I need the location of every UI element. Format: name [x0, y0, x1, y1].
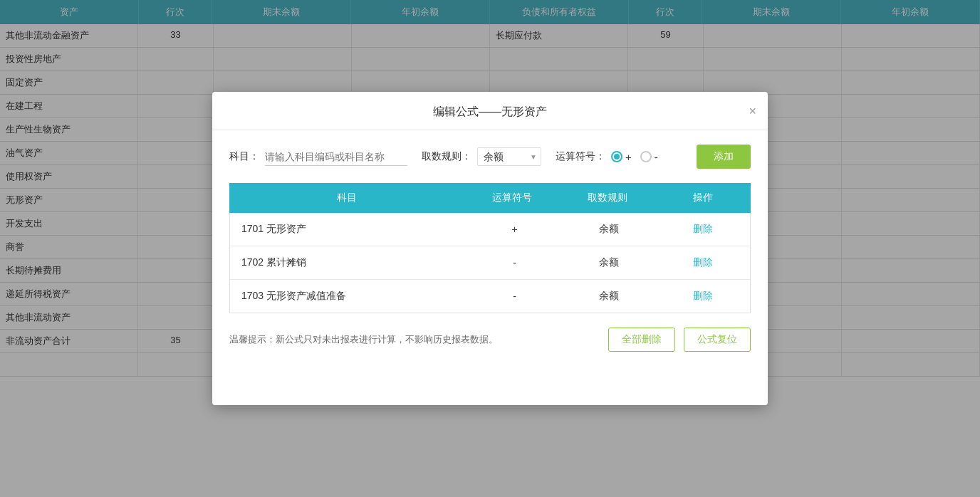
operator-minus-radio[interactable]: -	[640, 151, 658, 163]
col-header-rule: 取数规则	[560, 183, 655, 213]
delete-all-button[interactable]: 全部删除	[608, 328, 675, 352]
cell-rule: 余额	[562, 213, 656, 246]
footer-hint: 温馨提示：新公式只对未出报表进行计算，不影响历史报表数据。	[229, 333, 498, 346]
col-header-action: 操作	[655, 183, 751, 213]
delete-row-button[interactable]: 删除	[693, 256, 713, 269]
table-body: 1701 无形资产+余额删除1702 累计摊销-余额删除1703 无形资产减值准…	[229, 213, 751, 313]
col-header-operator: 运算符号	[464, 183, 560, 213]
cell-operator: +	[468, 214, 562, 245]
cell-operator: -	[468, 247, 562, 278]
cell-subject: 1702 累计摊销	[230, 246, 468, 279]
delete-row-button[interactable]: 删除	[693, 290, 713, 303]
operator-group: 运算符号： + -	[556, 150, 658, 163]
col-header-subject: 科目	[229, 183, 464, 213]
operator-plus-label: +	[625, 151, 632, 163]
operator-label: 运算符号：	[556, 150, 605, 163]
modal-footer: 温馨提示：新公式只对未出报表进行计算，不影响历史报表数据。 全部删除 公式复位	[212, 313, 768, 355]
cell-action: 删除	[656, 246, 750, 279]
rule-select-wrapper: 余额借方贷方借方发生额贷方发生额 ▼	[477, 147, 541, 166]
cell-action: 删除	[656, 213, 750, 246]
cell-action: 删除	[656, 280, 750, 313]
form-row: 科目： 取数规则： 余额借方贷方借方发生额贷方发生额 ▼ 运算符号： +	[212, 130, 768, 183]
table-row: 1701 无形资产+余额删除	[230, 213, 750, 246]
cell-operator: -	[468, 281, 562, 312]
subject-group: 科目：	[229, 148, 407, 166]
radio-plus-circle	[611, 151, 622, 162]
modal-header: 编辑公式——无形资产 ×	[212, 92, 768, 130]
operator-radio-group: + -	[611, 151, 658, 163]
rule-select[interactable]: 余额借方贷方借方发生额贷方发生额	[477, 147, 541, 166]
table-row: 1703 无形资产减值准备-余额删除	[230, 280, 750, 313]
delete-row-button[interactable]: 删除	[693, 223, 713, 236]
subject-label: 科目：	[229, 150, 259, 163]
modal-dialog: 编辑公式——无形资产 × 科目： 取数规则： 余额借方贷方借方发生额贷方发生额 …	[212, 92, 768, 405]
modal-title: 编辑公式——无形资产	[433, 105, 547, 120]
cell-rule: 余额	[562, 246, 656, 279]
modal-overlay: 编辑公式——无形资产 × 科目： 取数规则： 余额借方贷方借方发生额贷方发生额 …	[0, 0, 980, 497]
subject-input[interactable]	[265, 148, 407, 166]
add-button[interactable]: 添加	[697, 145, 751, 169]
cell-rule: 余额	[562, 280, 656, 313]
rule-group: 取数规则： 余额借方贷方借方发生额贷方发生额 ▼	[422, 147, 541, 166]
rule-label: 取数规则：	[422, 150, 471, 163]
radio-minus-circle	[640, 151, 652, 162]
operator-plus-radio[interactable]: +	[611, 151, 632, 163]
footer-buttons: 全部删除 公式复位	[608, 328, 751, 352]
formula-table: 科目 运算符号 取数规则 操作 1701 无形资产+余额删除1702 累计摊销-…	[229, 183, 751, 313]
operator-minus-label: -	[655, 151, 658, 163]
cell-subject: 1701 无形资产	[230, 213, 468, 246]
reset-formula-button[interactable]: 公式复位	[684, 328, 751, 352]
modal-close-button[interactable]: ×	[749, 105, 756, 117]
table-row: 1702 累计摊销-余额删除	[230, 246, 750, 280]
cell-subject: 1703 无形资产减值准备	[230, 280, 468, 313]
table-header-row: 科目 运算符号 取数规则 操作	[229, 183, 751, 213]
